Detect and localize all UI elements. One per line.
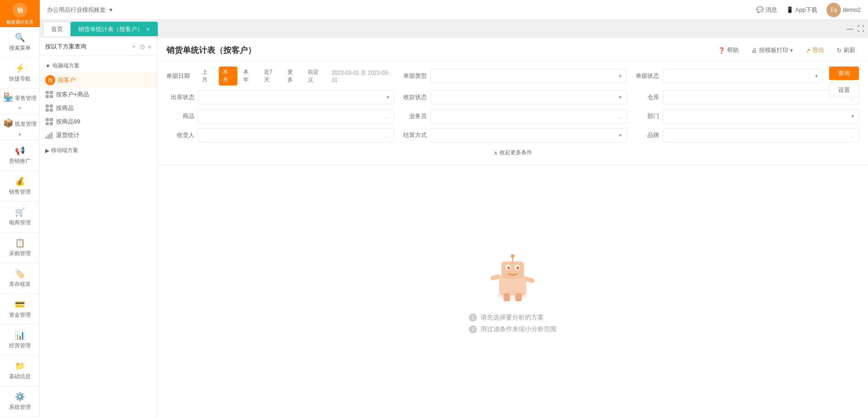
- scheme-item-goods99[interactable]: 按商品99: [40, 115, 157, 128]
- retail-arrow-icon: ▼: [18, 106, 22, 110]
- scheme-add-btn[interactable]: ＋: [131, 43, 137, 51]
- inventory-icon: 🏷️: [15, 269, 25, 279]
- sidebar-item-inventory[interactable]: 🏷️ 库存核算: [0, 263, 39, 294]
- receiver-label: 收货人: [166, 131, 198, 139]
- export-icon: ↗: [806, 47, 811, 54]
- out-status-label: 出库状态: [166, 93, 198, 101]
- date-btn-last7[interactable]: 近7天: [260, 66, 282, 86]
- template-print-btn[interactable]: 🖨 按模板打印 ▾: [748, 44, 797, 56]
- sidebar-item-finance[interactable]: 💳 资金管理: [0, 294, 39, 325]
- doc-type-select[interactable]: ▾: [430, 69, 627, 83]
- user-avatar-text: Ea: [830, 7, 837, 13]
- dropdown-arrow-icon[interactable]: ▾: [109, 6, 113, 13]
- tree-mobile-label: 移动端方案: [51, 147, 78, 154]
- logo[interactable]: 畅 畅捷通好生意: [0, 0, 40, 27]
- help-btn[interactable]: ❓ 帮助: [714, 44, 742, 56]
- scheme-collapse-btn[interactable]: «: [148, 43, 151, 51]
- tab-sales-stats-label: 销货单统计表（按客户）: [78, 25, 143, 33]
- scheme-panel: 按以下方案查询 ＋ ⊙ « ▼ 电脑端方案: [40, 38, 157, 418]
- salesperson-select[interactable]: ...: [430, 109, 627, 124]
- doc-status-select[interactable]: ▾: [663, 69, 823, 83]
- sidebar-item-system[interactable]: ⚙️ 系统管理: [0, 386, 39, 417]
- tree-group-desktop[interactable]: ▼ 电脑端方案: [40, 59, 157, 72]
- svg-rect-15: [47, 135, 49, 139]
- tabbar: 首页 销货单统计表（按客户） ✕ — ⛶: [40, 20, 868, 38]
- sidebar-item-label: 经营管理: [9, 342, 31, 350]
- content: 按以下方案查询 ＋ ⊙ « ▼ 电脑端方案: [40, 38, 868, 418]
- brand-select[interactable]: ...: [663, 128, 859, 142]
- sidebar-nav: 🔍 搜索菜单 ⚡ 快捷导航 🏪 零售管理 ▼ 📦 批发管理 ▲ 📢 营销推广 💰…: [0, 27, 39, 418]
- user-profile[interactable]: Ea demo2: [826, 3, 861, 17]
- svg-rect-29: [504, 293, 510, 301]
- sidebar-item-marketing[interactable]: 📢 营销推广: [0, 140, 39, 171]
- warehouse-label: 仓库: [631, 93, 663, 101]
- sidebar-item-search[interactable]: 🔍 搜索菜单: [0, 27, 39, 58]
- scheme-panel-header: 按以下方案查询 ＋ ⊙ «: [40, 38, 157, 56]
- query-btn[interactable]: 查询: [829, 66, 859, 80]
- tree-group-mobile[interactable]: ▶ 移动端方案: [40, 144, 157, 157]
- sidebar-item-wholesale[interactable]: 📦 批发管理 ▲: [0, 114, 39, 140]
- marketing-icon: 📢: [15, 146, 25, 156]
- scheme-item-return-stats[interactable]: 退货统计: [40, 128, 157, 142]
- sidebar-item-basic[interactable]: 📁 基础信息: [0, 356, 39, 386]
- doc-type-arrow-icon: ▾: [619, 73, 622, 79]
- scheme-item-by-goods[interactable]: 按商品: [40, 101, 157, 115]
- sidebar-item-sales[interactable]: 💰 销售管理: [0, 171, 39, 202]
- product-name: 办公用品行业模拟账套: [47, 6, 106, 14]
- date-btn-custom[interactable]: 自定义: [304, 66, 328, 86]
- settings-btn[interactable]: 设置: [829, 83, 859, 97]
- receipt-status-arrow-icon: ▾: [619, 94, 622, 100]
- out-status-arrow-icon: ▾: [387, 94, 389, 100]
- sidebar-item-label: 销售管理: [9, 188, 31, 196]
- out-status-filter-item: 出库状态 ▾: [166, 90, 394, 104]
- template-print-label: 按模板打印: [759, 46, 788, 54]
- step2-num: 2: [469, 325, 477, 333]
- goods-select[interactable]: ...: [198, 109, 394, 124]
- filter-row2: 出库状态 ▾ 收款状态 ▾ 仓库: [166, 90, 859, 104]
- logo-text: 畅捷通好生意: [6, 19, 33, 25]
- page-title: 销货单统计表（按客户）: [166, 45, 256, 56]
- receipt-status-select[interactable]: ▾: [430, 90, 627, 104]
- sidebar-item-label: 资金管理: [9, 311, 31, 319]
- date-btn-more[interactable]: 更多: [283, 66, 302, 86]
- date-btn-this-year[interactable]: 本年: [239, 66, 258, 86]
- scheme-edit-btn[interactable]: ⊙: [140, 43, 145, 51]
- collapse-bar[interactable]: ∧ 收起更多条件: [166, 146, 859, 159]
- system-icon: ⚙️: [15, 392, 25, 402]
- salesperson-dots-icon: ...: [617, 113, 622, 120]
- date-btn-last-month[interactable]: 上月: [198, 66, 217, 86]
- dept-select[interactable]: ▾: [663, 109, 859, 124]
- tab-minimize-btn[interactable]: —: [846, 25, 854, 33]
- sidebar-item-ecom[interactable]: 🛒 电商管理: [0, 202, 39, 233]
- customer-goods-icon: [45, 90, 53, 99]
- receiver-select[interactable]: ...: [198, 128, 394, 142]
- tab-maximize-btn[interactable]: ⛶: [857, 25, 864, 33]
- refresh-btn[interactable]: ↻ 刷新: [833, 44, 859, 56]
- scheme-item-by-customer[interactable]: 按 按客户: [40, 72, 157, 88]
- sidebar-item-label: 电商管理: [9, 219, 31, 227]
- scheme-item-customer-goods[interactable]: 按客户+商品: [40, 88, 157, 101]
- sidebar-item-purchase[interactable]: 📋 采购管理: [0, 233, 39, 263]
- msg-btn[interactable]: 💬 消息: [756, 6, 777, 14]
- edit-icon: ⊙: [140, 43, 145, 50]
- dept-arrow-icon: ▾: [851, 113, 854, 119]
- brand-filter-item: 品牌 ...: [631, 128, 859, 142]
- sidebar-item-biz[interactable]: 📊 经营管理: [0, 325, 39, 356]
- out-status-select[interactable]: ▾: [198, 90, 394, 104]
- tab-sales-stats[interactable]: 销货单统计表（按客户） ✕: [71, 22, 158, 36]
- app-download-btn[interactable]: 📱 App下载: [786, 6, 817, 14]
- msg-icon: 💬: [756, 6, 764, 13]
- tab-home[interactable]: 首页: [43, 22, 71, 36]
- tab-close-icon[interactable]: ✕: [146, 26, 150, 33]
- page-header: 销货单统计表（按客户） ❓ 帮助 🖨 按模板打印 ▾ ↗ 导出: [157, 38, 868, 61]
- export-btn[interactable]: ↗ 导出: [802, 44, 828, 56]
- sidebar-item-retail[interactable]: 🏪 零售管理 ▼: [0, 89, 39, 114]
- settle-label: 结算方式: [399, 131, 430, 139]
- sidebar-item-quick-nav[interactable]: ⚡ 快捷导航: [0, 58, 39, 89]
- settle-select[interactable]: ▾: [430, 128, 627, 142]
- date-btn-this-month[interactable]: 本月: [219, 66, 238, 86]
- brand-dots-icon: ...: [849, 132, 854, 139]
- wholesale-icon: 📦: [3, 118, 13, 128]
- empty-state: 1 请先选择要分析的方案 2 用过滤条件来缩小分析范围: [157, 165, 868, 418]
- tree-mobile-arrow-icon: ▶: [45, 147, 49, 154]
